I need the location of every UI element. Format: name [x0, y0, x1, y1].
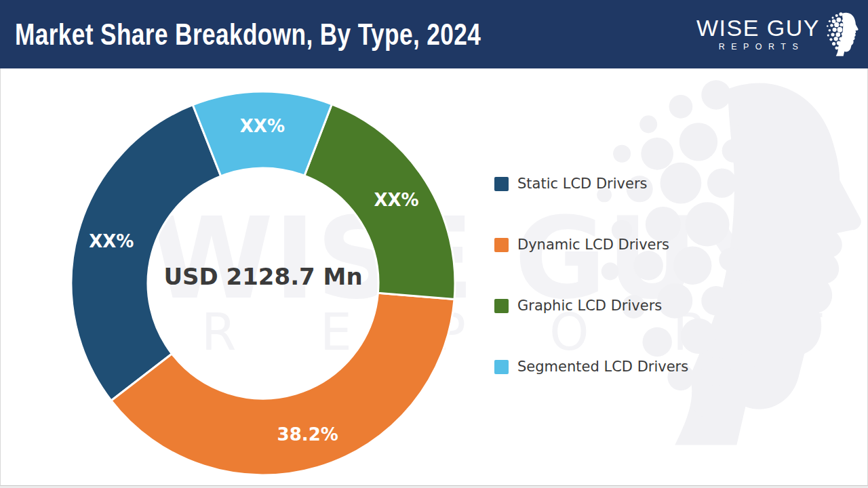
donut-center-value: USD 2128.7 Mn: [126, 263, 400, 290]
donut-segment-dynamic-lcd-drivers[interactable]: [111, 293, 454, 475]
legend-swatch-dynamic-lcd-drivers: [494, 238, 509, 252]
legend-label-dynamic-lcd-drivers: Dynamic LCD Drivers: [517, 237, 669, 253]
legend-label-static-lcd-drivers: Static LCD Drivers: [517, 176, 648, 192]
brand-logo-text: WISE GUY REPORTS: [696, 16, 820, 52]
brand-logo: WISE GUY REPORTS: [696, 6, 859, 62]
segment-label-segmented-lcd-drivers: XX%: [240, 116, 285, 136]
legend-item-graphic-lcd-drivers[interactable]: Graphic LCD Drivers: [494, 295, 688, 317]
legend-item-segmented-lcd-drivers[interactable]: Segmented LCD Drivers: [494, 356, 688, 378]
legend-item-dynamic-lcd-drivers[interactable]: Dynamic LCD Drivers: [494, 234, 688, 256]
brand-subtitle: REPORTS: [712, 42, 805, 52]
wiseguy-head-icon: [823, 6, 859, 62]
legend-item-static-lcd-drivers[interactable]: Static LCD Drivers: [494, 173, 688, 195]
legend-swatch-segmented-lcd-drivers: [494, 360, 509, 374]
legend-label-segmented-lcd-drivers: Segmented LCD Drivers: [517, 359, 688, 375]
brand-name: WISE GUY: [696, 16, 820, 41]
donut-segment-static-lcd-drivers[interactable]: [71, 105, 221, 401]
header-bar: Market Share Breakdown, By Type, 2024 WI…: [0, 0, 868, 68]
page: Market Share Breakdown, By Type, 2024 WI…: [0, 0, 868, 488]
legend-label-graphic-lcd-drivers: Graphic LCD Drivers: [517, 298, 662, 314]
legend-swatch-graphic-lcd-drivers: [494, 299, 509, 313]
segment-label-static-lcd-drivers: XX%: [89, 231, 134, 251]
segment-label-dynamic-lcd-drivers: 38.2%: [277, 424, 338, 445]
chart-area: WISE GUY R E P O R T S XX%38.2%XX%XX% US…: [0, 68, 868, 486]
legend: Static LCD DriversDynamic LCD DriversGra…: [494, 173, 688, 417]
legend-swatch-static-lcd-drivers: [494, 177, 509, 191]
segment-label-graphic-lcd-drivers: XX%: [374, 190, 418, 210]
page-title: Market Share Breakdown, By Type, 2024: [15, 18, 481, 52]
